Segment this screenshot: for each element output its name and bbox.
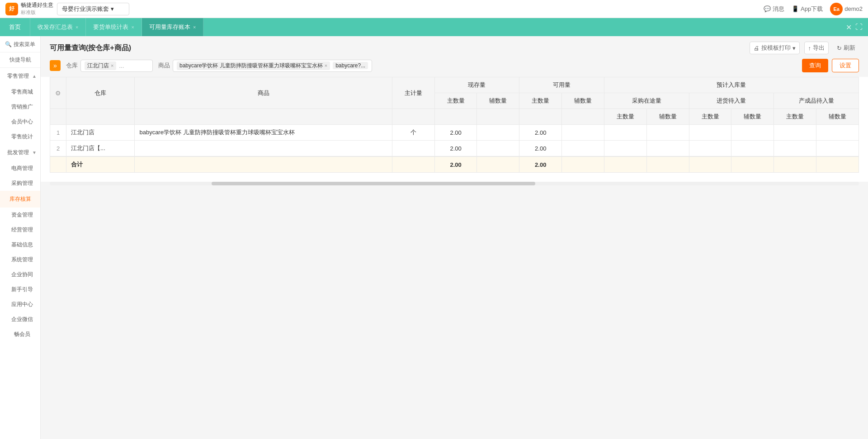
logo-text-group: 畅捷通好生意 标准版 <box>21 2 53 16</box>
export-label: 导出 <box>813 44 825 52</box>
sidebar-item-enterprise-collab[interactable]: 企业协同 <box>0 267 40 282</box>
th-stock-aux-qty: 辅数量 <box>477 93 519 109</box>
sidebar-finance-label: 资金管理 <box>11 212 33 218</box>
row-avail-aux <box>562 125 604 141</box>
sidebar-basic-info-label: 基础信息 <box>11 241 33 248</box>
sidebar-item-ecommerce[interactable]: 电商管理 <box>0 161 40 176</box>
row-main-unit <box>392 141 434 157</box>
sidebar-item-marketing[interactable]: 营销推广 <box>0 99 40 114</box>
quick-nav-label: 快捷导航 <box>9 57 31 63</box>
export-icon: ↑ <box>808 45 811 52</box>
app-download-btn[interactable]: 📱 App下载 <box>792 5 823 13</box>
sidebar-item-basic-info[interactable]: 基础信息 <box>0 237 40 252</box>
product-tag1-text: babycare学饮杯 儿童防摔防撞吸管杯重力球吸嘴杯宝宝水杯 <box>179 62 323 70</box>
page-header: 可用量查询(按仓库+商品) 🖨 按模板打印 ▾ ↑ 导出 ↻ 刷新 <box>41 36 868 54</box>
top-bar-left: 好 畅捷通好生意 标准版 母婴行业演示账套 ▾ <box>5 2 129 16</box>
logo-sub: 标准版 <box>21 9 53 16</box>
refresh-btn[interactable]: ↻ 刷新 <box>833 42 859 54</box>
sidebar-item-wholesale[interactable]: 批发管理 ▼ <box>0 144 40 161</box>
product-filter-input[interactable]: babycare学饮杯 儿童防摔防撞吸管杯重力球吸嘴杯宝宝水杯 × babyca… <box>173 60 372 72</box>
footer-empty3 <box>135 156 392 173</box>
sidebar-item-zero-mall[interactable]: 零售商城 <box>0 85 40 99</box>
tab-yaohuo[interactable]: 要货单统计表 × <box>86 18 142 36</box>
sidebar-system-label: 系统管理 <box>11 256 33 263</box>
footer-empty1 <box>50 156 66 173</box>
sidebar-item-new-guide[interactable]: 新手引导 <box>0 282 40 297</box>
warehouse-filter-group: 仓库 江北门店 × ... <box>66 60 153 72</box>
sidebar-item-inventory[interactable]: 库存核算 <box>0 191 40 208</box>
th-planned-inbound: 预计入库量 <box>604 77 859 93</box>
sidebar-item-finance[interactable]: 资金管理 <box>0 208 40 222</box>
footer-stock-aux <box>477 156 519 173</box>
sidebar-item-app-center[interactable]: 应用中心 <box>0 297 40 312</box>
sidebar-item-system[interactable]: 系统管理 <box>0 252 40 267</box>
sidebar-quick-nav[interactable]: 快捷导航 <box>0 52 40 68</box>
sidebar-zero-sales-arrow: ▲ <box>32 74 37 79</box>
horizontal-scrollbar[interactable] <box>50 182 859 185</box>
th-sub-avail-aux <box>562 109 604 125</box>
row-avail-aux <box>562 141 604 157</box>
scroll-thumb[interactable] <box>212 182 535 185</box>
logo-text: 畅捷通好生意 <box>21 2 53 9</box>
tab-shoufacun[interactable]: 收发存汇总表 × <box>30 18 86 36</box>
template-print-label: 按模板打印 <box>761 44 791 52</box>
footer-stock-main: 2.00 <box>434 156 477 173</box>
product-filter-group: 商品 babycare学饮杯 儿童防摔防撞吸管杯重力球吸嘴杯宝宝水杯 × bab… <box>158 60 372 72</box>
refresh-label: 刷新 <box>844 44 855 52</box>
footer-purchase-aux <box>646 156 689 173</box>
filter-expand-btn[interactable]: » <box>50 60 61 71</box>
query-btn[interactable]: 查询 <box>802 59 828 72</box>
sidebar-item-zero-sales[interactable]: 零售管理 ▲ <box>0 68 40 85</box>
row-purchase-aux <box>646 125 689 141</box>
footer-empty4 <box>392 156 434 173</box>
table-container: ⚙ 仓库 商品 主计量 现存量 可用量 预计入库量 主数量 辅数量 主数量 辅数… <box>41 77 868 182</box>
product-tag1-remove[interactable]: × <box>325 63 327 68</box>
th-purchase-aux: 辅数量 <box>646 109 689 125</box>
export-btn[interactable]: ↑ 导出 <box>804 42 829 54</box>
th-gear[interactable]: ⚙ <box>50 77 66 109</box>
th-inbound-main: 主数量 <box>689 109 731 125</box>
th-sub-avail-main <box>519 109 562 125</box>
warehouse-more-dots[interactable]: ... <box>119 62 124 69</box>
sidebar-member-center-label: 会员中心 <box>11 118 33 125</box>
sidebar-item-vip[interactable]: 畅会员 <box>0 327 40 342</box>
main-layout: 🔍 搜索菜单 快捷导航 零售管理 ▲ 零售商城 营销推广 会员中心 零售统计 批… <box>0 36 868 439</box>
sidebar-item-member-center[interactable]: 会员中心 <box>0 114 40 129</box>
sidebar-item-operations[interactable]: 经营管理 <box>0 222 40 237</box>
industry-selector[interactable]: 母婴行业演示账套 ▾ <box>57 3 129 15</box>
row-warehouse: 江北门店【... <box>66 141 135 157</box>
tab-shoufacun-close[interactable]: × <box>75 24 78 30</box>
nav-tabs: 首页 收发存汇总表 × 要货单统计表 × 可用量库存账本 × ✕ ⛶ <box>0 18 868 36</box>
user-profile[interactable]: Ea demo2 <box>830 3 863 15</box>
tab-home[interactable]: 首页 <box>0 18 30 36</box>
sidebar-item-purchase[interactable]: 采购管理 <box>0 176 40 191</box>
tab-kuyong[interactable]: 可用量库存账本 × <box>142 18 203 36</box>
app-icon: 📱 <box>792 5 799 12</box>
message-btn[interactable]: 💬 消息 <box>764 5 784 13</box>
fullscreen-icon[interactable]: ⛶ <box>855 23 863 31</box>
filter-area: » 仓库 江北门店 × ... 商品 babycare学饮杯 儿童防摔防撞吸管杯… <box>41 54 868 77</box>
nav-right-icons: ✕ ⛶ <box>846 23 868 32</box>
tab-yaohuo-close[interactable]: × <box>131 24 134 30</box>
warehouse-tag-remove[interactable]: × <box>111 63 113 68</box>
footer-label: 合计 <box>66 156 135 173</box>
settings-btn[interactable]: 设置 <box>832 59 859 72</box>
close-window-icon[interactable]: ✕ <box>846 23 852 32</box>
template-print-btn[interactable]: 🖨 按模板打印 ▾ <box>750 42 800 54</box>
sidebar-search[interactable]: 🔍 搜索菜单 <box>0 36 40 52</box>
th-current-stock: 现存量 <box>434 77 519 93</box>
search-label: 搜索菜单 <box>14 41 35 47</box>
sidebar-inventory-label: 库存核算 <box>4 195 37 203</box>
table-row: 2 江北门店【... 2.00 2.00 <box>50 141 859 157</box>
filter-actions: 查询 设置 <box>802 59 859 72</box>
sidebar-vip-label: 畅会员 <box>14 331 30 337</box>
th-purchase-transit: 采购在途量 <box>604 93 689 109</box>
tab-kuyong-close[interactable]: × <box>193 24 196 30</box>
sidebar-marketing-label: 营销推广 <box>11 104 33 110</box>
th-sub-stock-main <box>434 109 477 125</box>
warehouse-filter-input[interactable]: 江北门店 × ... <box>80 60 153 72</box>
sidebar-item-enterprise-wechat[interactable]: 企业微信 <box>0 312 40 327</box>
sidebar-app-center-label: 应用中心 <box>11 301 33 307</box>
column-settings-icon[interactable]: ⚙ <box>55 90 61 97</box>
sidebar-item-zero-stats[interactable]: 零售统计 <box>0 129 40 144</box>
